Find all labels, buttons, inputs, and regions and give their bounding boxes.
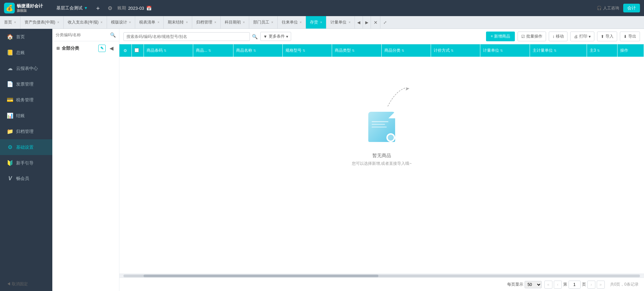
period-value: 2023-03	[128, 6, 144, 11]
company-selector[interactable]: 基层工会测试 ▼	[54, 4, 91, 12]
collapse-panel-button[interactable]: ◀	[108, 45, 115, 52]
th-spec[interactable]: 规格型号⇅	[283, 44, 332, 57]
tab-income-label: 收入支出表(年报)	[68, 19, 99, 25]
tab-archive-close[interactable]: ×	[214, 20, 216, 24]
next-page-button[interactable]: ›	[587, 281, 595, 289]
th-price-method[interactable]: 计价方式⇅	[431, 44, 480, 57]
settings-button[interactable]: ⚙	[105, 3, 115, 13]
tab-nav-prev[interactable]: ◀	[355, 16, 363, 29]
tab-dept-employee[interactable]: 部门员工 ×	[249, 16, 278, 29]
th-category[interactable]: 商品分类⇅	[381, 44, 431, 57]
total-info: 共0页，0条记录	[610, 282, 639, 287]
batch-label: 批量操作	[526, 34, 542, 39]
cancel-pin-button[interactable]: ◀ 取消固定	[0, 277, 52, 291]
tab-template-label: 模版设计	[111, 19, 127, 25]
ledger-icon: 📒	[7, 49, 13, 56]
print-button[interactable]: 🖨 打印 ▾	[570, 32, 594, 41]
doc-fold	[388, 112, 395, 118]
category-search-icon[interactable]: 🔍	[110, 32, 116, 38]
per-page-select[interactable]: 10 20 50 100	[525, 281, 542, 288]
th-type[interactable]: 商品类型⇅	[332, 44, 381, 57]
guide-icon: 🔰	[7, 160, 13, 166]
import-button[interactable]: ⬆ 导入	[597, 32, 617, 41]
add-category-button[interactable]: ✎	[98, 45, 106, 52]
tab-home-close[interactable]: ×	[14, 20, 16, 24]
th-checkbox[interactable]	[131, 44, 144, 57]
help-button[interactable]: 🎧 人工咨询	[597, 5, 619, 11]
sidebar-item-member[interactable]: V 畅会员	[0, 171, 52, 186]
move-button[interactable]: ↕ 移动	[549, 32, 568, 41]
tab-subject-init-close[interactable]: ×	[243, 20, 245, 24]
tab-close-all[interactable]: ✕	[371, 16, 380, 29]
tab-balance-close[interactable]: ×	[57, 20, 59, 24]
tab-archive[interactable]: 归档管理 ×	[192, 16, 221, 29]
archive-icon: 📁	[7, 128, 13, 135]
tab-inventory-close[interactable]: ×	[320, 20, 322, 24]
tab-inventory[interactable]: 存货 ×	[306, 16, 326, 29]
search-button[interactable]: 🔍	[252, 34, 258, 39]
sidebar-item-guide[interactable]: 🔰 新手引导	[0, 155, 52, 171]
sidebar-item-report[interactable]: ☁ 云报表中心	[0, 60, 52, 76]
tab-tax-close[interactable]: ×	[157, 20, 159, 24]
sidebar-item-basic-settings-label: 基础设置	[16, 144, 34, 150]
th-code[interactable]: 商品...⇅	[193, 44, 233, 57]
sort-unit-icon: ⇅	[500, 49, 503, 52]
sidebar-item-basic-settings[interactable]: ⚙ 基础设置	[0, 139, 52, 155]
help-icon: 🎧	[597, 6, 602, 10]
tab-home[interactable]: 首页 ×	[0, 16, 20, 29]
tab-subject-init[interactable]: 科目期初 ×	[221, 16, 249, 29]
account-button[interactable]: 会计	[623, 4, 640, 12]
add-tab-button[interactable]: ＋	[93, 3, 103, 13]
tab-period-end-close[interactable]: ×	[186, 20, 188, 24]
batch-operation-button[interactable]: ☑ 批量操作	[518, 32, 546, 41]
th-name[interactable]: 商品名称⇅	[233, 44, 282, 57]
tab-period-end[interactable]: 期末结转 ×	[164, 16, 192, 29]
tab-customer[interactable]: 往来单位 ×	[278, 16, 306, 29]
tab-balance[interactable]: 资产负债表(中期) ×	[20, 16, 64, 29]
table-panel: 🔍 ▼ 更多条件 ▾ + 新增商品 ☑ 批量操作 ↕ 移动	[119, 29, 644, 291]
tab-template-close[interactable]: ×	[129, 20, 131, 24]
tab-nav-next[interactable]: ▶	[363, 16, 371, 29]
sidebar-item-archive[interactable]: 📁 归档管理	[0, 124, 52, 139]
tab-income-close[interactable]: ×	[101, 20, 103, 24]
tab-template[interactable]: 模版设计 ×	[107, 16, 136, 29]
all-category-label[interactable]: 全部分类	[62, 45, 79, 51]
tab-customer-close[interactable]: ×	[300, 20, 302, 24]
calendar-icon[interactable]: 📅	[146, 6, 152, 11]
tab-unit[interactable]: 计量单位 ×	[326, 16, 355, 29]
tab-unit-close[interactable]: ×	[348, 20, 351, 24]
sidebar-item-settlement[interactable]: 📊 结账	[0, 108, 52, 124]
tab-expand[interactable]: ⤢	[380, 16, 390, 29]
tab-tax[interactable]: 税表清单 ×	[135, 16, 164, 29]
tab-dept-employee-close[interactable]: ×	[271, 20, 273, 24]
dropdown-icon: ▼	[84, 6, 88, 10]
tab-income[interactable]: 收入支出表(年报) ×	[64, 16, 107, 29]
top-bar: 💰 畅捷通好会计 旗舰版 基层工会测试 ▼ ＋ ⚙ 账期 2023-03 📅 🎧…	[0, 0, 644, 16]
sort-main-unit-icon: ⇅	[554, 49, 556, 52]
sidebar-item-ledger[interactable]: 📒 总账	[0, 45, 52, 60]
last-page-button[interactable]: »	[597, 281, 605, 289]
sidebar-item-invoice[interactable]: 📄 发票管理	[0, 76, 52, 92]
scrollbar-area[interactable]	[119, 274, 644, 278]
add-product-button[interactable]: + 新增商品	[486, 32, 515, 41]
search-bar: 🔍	[123, 32, 258, 41]
th-main-unit[interactable]: 主计量单位⇅	[530, 44, 587, 57]
th-settings[interactable]: ⚙	[119, 44, 131, 57]
th-barcode[interactable]: 商品条码⇅	[144, 44, 193, 57]
tab-subject-init-label: 科目期初	[225, 19, 241, 25]
search-input[interactable]	[123, 32, 250, 41]
arrow-dashed-icon	[385, 85, 412, 112]
first-page-button[interactable]: «	[544, 281, 552, 289]
export-button[interactable]: ⬇ 导出	[620, 32, 640, 41]
scrollbar-thumb[interactable]	[144, 275, 378, 277]
sidebar-item-home[interactable]: 🏠 首页	[0, 29, 52, 45]
more-filter-button[interactable]: ▼ 更多条件 ▾	[260, 32, 291, 41]
sidebar-item-invoice-label: 发票管理	[16, 81, 34, 87]
th-col3[interactable]: 主3⇅	[587, 44, 617, 57]
sidebar-item-tax[interactable]: 💳 税务管理	[0, 92, 52, 108]
category-search-input[interactable]	[56, 33, 108, 37]
page-number-input[interactable]	[569, 281, 581, 289]
select-all-checkbox[interactable]	[135, 48, 139, 52]
th-unit[interactable]: 计量单位⇅	[480, 44, 530, 57]
prev-page-button[interactable]: ‹	[554, 281, 562, 289]
